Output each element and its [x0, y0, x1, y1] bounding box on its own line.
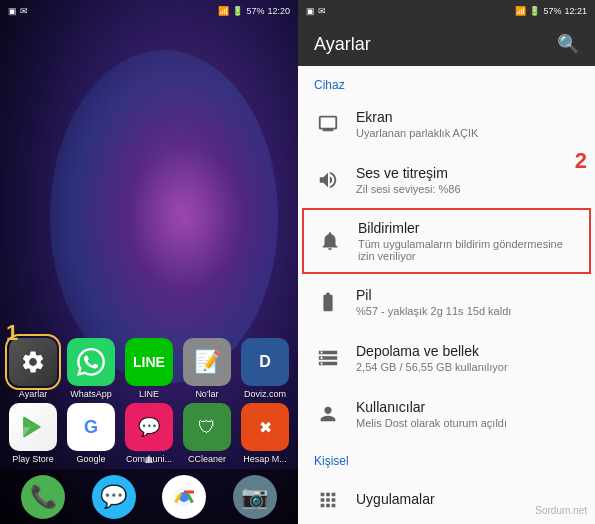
- app-line[interactable]: LINE LINE: [122, 338, 176, 399]
- ses-subtitle: Zil sesi seviyesi: %86: [356, 183, 579, 195]
- app-grid: Ayarlar WhatsApp LINE LINE 📝 No'lar D: [0, 338, 298, 464]
- app-ayarlar[interactable]: Ayarlar: [6, 338, 60, 399]
- notlar-label: No'lar: [195, 389, 218, 399]
- right-battery-pct: 57%: [543, 6, 561, 16]
- status-bar-right: ▣ ✉ 📶 🔋 57% 12:21: [298, 0, 595, 22]
- settings-kullanici[interactable]: Kullanıcılar Melis Dost olarak oturum aç…: [298, 386, 595, 442]
- depolama-icon: [314, 344, 342, 372]
- hesap-label: Hesap M...: [243, 454, 287, 464]
- kullanici-title: Kullanıcılar: [356, 399, 579, 415]
- ekran-subtitle: Uyarlanan parlaklık AÇIK: [356, 127, 579, 139]
- google-icon: G: [67, 403, 115, 451]
- right-battery-icon: 🔋: [529, 6, 540, 16]
- status-bar-left: ▣ ✉ 📶 🔋 57% 12:20: [0, 0, 298, 22]
- app-ccleaner[interactable]: 🛡 CCleaner: [180, 403, 234, 464]
- kullanici-subtitle: Melis Dost olarak oturum açıldı: [356, 417, 579, 429]
- section-cihaz: Cihaz: [298, 66, 595, 96]
- settings-title: Ayarlar: [314, 34, 371, 55]
- bildirimler-icon: [316, 227, 344, 255]
- section-kisisel: Kişisel: [298, 442, 595, 472]
- communic-icon: 💬: [125, 403, 173, 451]
- left-status-icons: ▣ ✉: [8, 6, 28, 16]
- hesap-icon: ✖: [241, 403, 289, 451]
- battery-icon-left: 🔋: [232, 6, 243, 16]
- ccleaner-icon: 🛡: [183, 403, 231, 451]
- settings-bildirimler[interactable]: Bildirimler Tüm uygulamaların bildirim g…: [302, 208, 591, 274]
- ses-text: Ses ve titreşim Zil sesi seviyesi: %86: [356, 165, 579, 195]
- settings-depolama[interactable]: Depolama ve bellek 2,54 GB / 56,55 GB ku…: [298, 330, 595, 386]
- sim-icon: 📶: [218, 6, 229, 16]
- message-icon: ✉: [20, 6, 28, 16]
- bildirimler-subtitle: Tüm uygulamaların bildirim göndermesine …: [358, 238, 577, 262]
- right-system-icons: 📶 🔋 57% 12:21: [515, 6, 587, 16]
- right-notif-icons: ▣ ✉: [306, 6, 326, 16]
- settings-ekran[interactable]: Ekran Uyarlanan parlaklık AÇIK: [298, 96, 595, 152]
- right-msg-icon: ✉: [318, 6, 326, 16]
- settings-uygulamalar[interactable]: Uygulamalar: [298, 472, 595, 524]
- pil-subtitle: %57 - yaklaşık 2g 11s 15d kaldı: [356, 305, 579, 317]
- whatsapp-icon: [67, 338, 115, 386]
- google-label: Google: [76, 454, 105, 464]
- right-time: 12:21: [564, 6, 587, 16]
- ses-icon: [314, 166, 342, 194]
- ses-title: Ses ve titreşim: [356, 165, 579, 181]
- pil-title: Pil: [356, 287, 579, 303]
- app-playstore[interactable]: Play Store: [6, 403, 60, 464]
- uygulamalar-icon: [314, 486, 342, 514]
- pil-icon: [314, 288, 342, 316]
- doviz-icon: D: [241, 338, 289, 386]
- bildirimler-text: Bildirimler Tüm uygulamaların bildirim g…: [358, 220, 577, 262]
- whatsapp-label: WhatsApp: [70, 389, 112, 399]
- step-1-label: 1: [6, 320, 18, 346]
- kullanici-text: Kullanıcılar Melis Dost olarak oturum aç…: [356, 399, 579, 429]
- right-notif-icon: ▣: [306, 6, 315, 16]
- line-label: LINE: [139, 389, 159, 399]
- ekran-text: Ekran Uyarlanan parlaklık AÇIK: [356, 109, 579, 139]
- arrow-up-icon: ▲: [142, 450, 156, 466]
- dock-phone[interactable]: 📞: [21, 475, 65, 519]
- depolama-subtitle: 2,54 GB / 56,55 GB kullanılıyor: [356, 361, 579, 373]
- app-hesap[interactable]: ✖ Hesap M...: [238, 403, 292, 464]
- app-notlar[interactable]: 📝 No'lar: [180, 338, 234, 399]
- depolama-title: Depolama ve bellek: [356, 343, 579, 359]
- settings-app-bar: Ayarlar 🔍: [298, 22, 595, 66]
- battery-percent-left: 57%: [246, 6, 264, 16]
- right-signal-icon: 📶: [515, 6, 526, 16]
- dock-chrome[interactable]: [162, 475, 206, 519]
- playstore-label: Play Store: [12, 454, 54, 464]
- settings-list: Cihaz Ekran Uyarlanan parlaklık AÇIK Ses…: [298, 66, 595, 524]
- ayarlar-label: Ayarlar: [19, 389, 47, 399]
- depolama-text: Depolama ve bellek 2,54 GB / 56,55 GB ku…: [356, 343, 579, 373]
- app-google[interactable]: G Google: [64, 403, 118, 464]
- step-2-label: 2: [575, 148, 587, 174]
- time-left: 12:20: [267, 6, 290, 16]
- right-settings-screen: ▣ ✉ 📶 🔋 57% 12:21 Ayarlar 🔍 2 Cihaz Ekra…: [298, 0, 595, 524]
- line-icon: LINE: [125, 338, 173, 386]
- dock-camera[interactable]: 📷: [233, 475, 277, 519]
- dock-messages[interactable]: 💬: [92, 475, 136, 519]
- left-phone-screen: ▣ ✉ 📶 🔋 57% 12:20 1 Ayarlar: [0, 0, 298, 524]
- search-button[interactable]: 🔍: [557, 33, 579, 55]
- app-whatsapp[interactable]: WhatsApp: [64, 338, 118, 399]
- settings-ses[interactable]: Ses ve titreşim Zil sesi seviyesi: %86: [298, 152, 595, 208]
- app-doviz[interactable]: D Doviz.com: [238, 338, 292, 399]
- bildirimler-title: Bildirimler: [358, 220, 577, 236]
- watermark: Sordum.net: [535, 505, 587, 516]
- app-row-1: Ayarlar WhatsApp LINE LINE 📝 No'lar D: [4, 338, 294, 399]
- settings-pil[interactable]: Pil %57 - yaklaşık 2g 11s 15d kaldı: [298, 274, 595, 330]
- right-status-icons-left: 📶 🔋 57% 12:20: [218, 6, 290, 16]
- notification-icon: ▣: [8, 6, 17, 16]
- ekran-title: Ekran: [356, 109, 579, 125]
- kullanici-icon: [314, 400, 342, 428]
- ccleaner-label: CCleaner: [188, 454, 226, 464]
- notlar-icon: 📝: [183, 338, 231, 386]
- ekran-icon: [314, 110, 342, 138]
- dock: 📞 💬 📷: [0, 469, 298, 524]
- playstore-icon: [9, 403, 57, 451]
- pil-text: Pil %57 - yaklaşık 2g 11s 15d kaldı: [356, 287, 579, 317]
- doviz-label: Doviz.com: [244, 389, 286, 399]
